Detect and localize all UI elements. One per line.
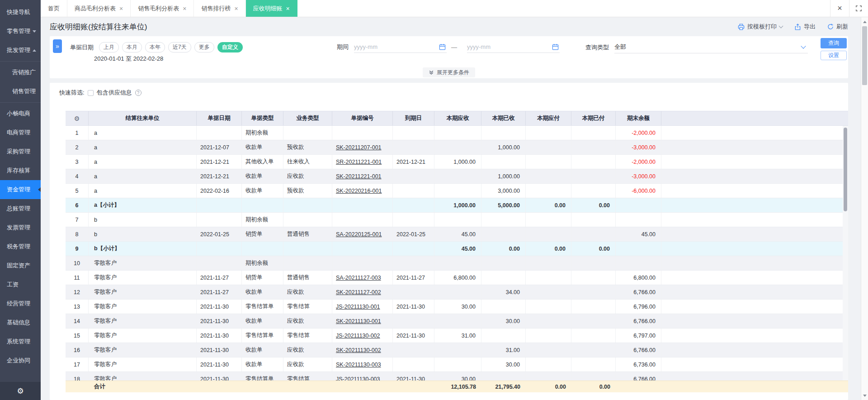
fullscreen-icon [856,5,862,11]
doc-no-link[interactable]: SK-20211130-003 [336,362,381,368]
page-scrollbar[interactable] [861,17,868,400]
column-header[interactable]: 业务类型 [283,111,332,125]
gear-icon[interactable]: ⚙ [17,386,24,396]
scroll-up-button[interactable] [861,18,868,25]
sidebar-item-label: 批发管理 [7,46,30,54]
calendar-icon[interactable] [439,43,446,50]
column-settings-button[interactable]: ⚙ [66,111,89,125]
doc-no-link[interactable]: SK-20220216-001 [336,188,382,194]
column-header[interactable]: 单据日期 [197,111,242,125]
scroll-down-button[interactable] [861,392,868,399]
doc-no-link[interactable]: JS-20211130-003 [336,376,380,381]
column-header[interactable]: 单据类型 [242,111,283,125]
period-end-input[interactable] [467,41,560,52]
tab-close-icon[interactable]: × [286,5,290,12]
date-chip[interactable]: 近7天 [168,42,191,52]
calendar-icon[interactable] [552,43,559,50]
expand-more-conditions[interactable]: 展开更多条件 [423,67,475,77]
sidebar-item[interactable]: 发票管理 [0,218,41,237]
sidebar-item[interactable]: 工资 [0,275,41,294]
sidebar-item[interactable]: 系统管理 [0,332,41,351]
doc-no-link[interactable]: SK-20211130-001 [336,318,381,324]
sidebar-item[interactable]: 采购管理 [0,142,41,161]
column-header[interactable]: 本期应收 [434,111,481,125]
triangle-down-icon [863,395,867,397]
table-scrollbar-thumb[interactable] [844,128,847,211]
search-button[interactable]: 查询 [821,38,847,48]
tab[interactable]: 销售毛利分析表× [131,0,194,17]
help-icon[interactable]: ? [135,90,142,96]
doc-no-link[interactable]: JS-20211130-002 [336,333,380,339]
period-start-input[interactable] [354,41,447,52]
table-row: 2a2021-12-07收款单预收款SK-20211207-0011,000.0… [66,140,848,155]
detail-table: ⚙ 结算往来单位单据日期单据类型业务类型单据编号到期日本期应收本期已收本期应付本… [66,111,848,392]
table-scrollbar[interactable] [843,126,848,381]
filter-panel: » 单据日期 上月本月本年近7天更多 自定义 2020-01-01 至 2022… [50,36,848,78]
table-row: 3a2021-12-21其他收入单往来收入SR-20211221-0012021… [66,155,848,169]
table-row: 14零散客户2021-11-30收款单应收款SK-20211130-00130.… [66,314,848,329]
sidebar-item-label: 基础信息 [7,319,30,327]
print-by-template-button[interactable]: 按模板打印 [738,23,783,31]
doc-no-link[interactable]: SK-20211207-001 [336,144,382,151]
refresh-button[interactable]: 刷新 [827,23,848,31]
tab[interactable]: 销售排行榜× [194,0,245,17]
period-end-field[interactable] [467,41,560,53]
date-chip[interactable]: 上月 [99,42,119,52]
tab-close-icon[interactable]: × [119,5,123,12]
sidebar-item[interactable]: 总账管理 [0,199,41,218]
sidebar-item[interactable]: 经营管理 [0,294,41,313]
date-chip[interactable]: 更多 [194,42,214,52]
sidebar-item[interactable]: 资金管理 [0,180,41,199]
doc-no-link[interactable]: SK-20211221-001 [336,173,382,180]
sidebar-item[interactable]: 营销推广 [0,63,41,82]
fullscreen-button[interactable] [849,0,868,17]
column-header[interactable]: 期末余额 [616,111,661,125]
date-chip[interactable]: 本月 [122,42,142,52]
total-receivable: 12,105.78 [434,381,481,392]
double-chevron-down-icon [429,70,434,75]
export-button[interactable]: 导出 [794,23,816,31]
date-chip-custom[interactable]: 自定义 [217,42,243,52]
close-window-button[interactable]: × [830,0,849,17]
tab[interactable]: 应收明细账× [246,0,297,17]
column-header[interactable]: 本期应付 [526,111,571,125]
sidebar-item[interactable]: 税务管理 [0,237,41,256]
sidebar-item[interactable]: 销售管理 [0,82,41,101]
tab-close-icon[interactable]: × [234,5,238,12]
include-supply-checkbox[interactable] [88,90,94,96]
date-chip[interactable]: 本年 [145,42,165,52]
sidebar-item[interactable]: 电商管理 [0,123,41,142]
column-header[interactable]: 结算往来单位 [89,111,197,125]
sidebar-item[interactable]: 企业协同 [0,351,41,370]
doc-no-link[interactable]: SK-20211130-002 [336,347,381,353]
sidebar-item-label: 固定资产 [7,262,30,270]
period-start-field[interactable] [354,41,447,53]
column-header[interactable]: 本期已收 [481,111,526,125]
column-header[interactable]: 到期日 [393,111,434,125]
column-header[interactable]: 本期已付 [571,111,616,125]
sidebar-item-label: 小畅电商 [7,110,30,118]
sidebar-item[interactable]: 库存核算 [0,161,41,180]
tab-close-icon[interactable]: × [183,5,186,12]
sidebar-item[interactable]: 快捷导航 [0,3,41,22]
tab[interactable]: 首页 [41,0,67,17]
page-scrollbar-thumb[interactable] [862,26,867,85]
settings-button[interactable]: 设置 [821,51,847,60]
query-type-select[interactable]: 全部 [614,41,808,53]
doc-no-link[interactable]: SK-20211127-002 [336,289,381,295]
collapse-filter-button[interactable]: » [53,39,62,53]
sidebar-item[interactable]: 基础信息 [0,313,41,332]
column-header[interactable]: 单据编号 [332,111,393,125]
doc-no-link[interactable]: SA-20220125-001 [336,231,382,238]
sidebar-item-label: 总账管理 [7,205,30,213]
period-filter: 期间 — [337,41,560,53]
doc-no-link[interactable]: SR-20211221-001 [336,159,382,165]
doc-no-link[interactable]: JS-20211130-001 [336,304,380,310]
sidebar-item[interactable]: 固定资产 [0,256,41,275]
table-header-row: ⚙ 结算往来单位单据日期单据类型业务类型单据编号到期日本期应收本期已收本期应付本… [66,111,848,126]
sidebar-item[interactable]: 批发管理 [0,41,41,60]
sidebar-item[interactable]: 小畅电商 [0,104,41,123]
doc-no-link[interactable]: SA-20211127-003 [336,275,381,281]
tab[interactable]: 商品毛利分析表× [67,0,131,17]
sidebar-item[interactable]: 零售管理 [0,22,41,41]
